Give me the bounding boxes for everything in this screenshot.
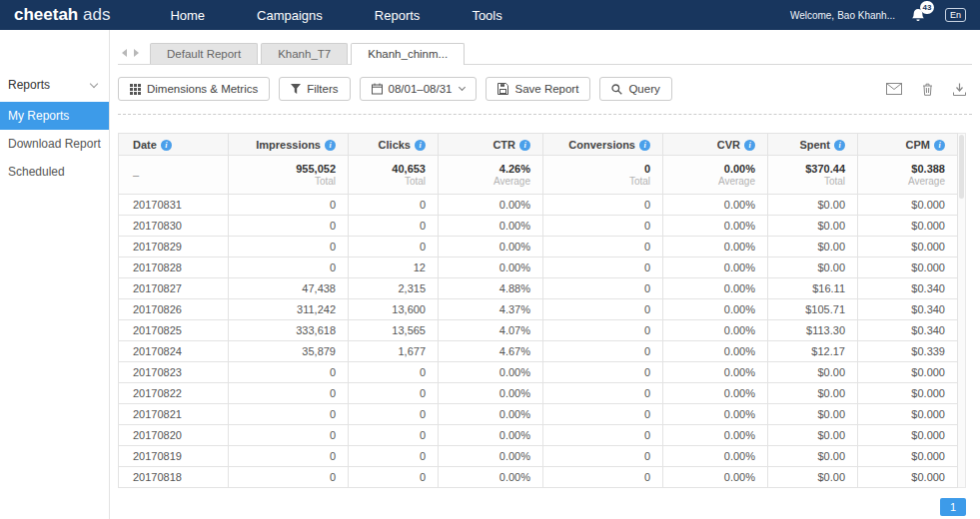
info-icon[interactable] — [934, 140, 945, 151]
report-table: Date Impressions Clicks CTR Conversions … — [118, 133, 958, 488]
info-icon[interactable] — [415, 140, 426, 151]
brand-bold: cheetah — [14, 5, 78, 24]
cell-cpm: $0.000 — [858, 258, 958, 278]
column-header-impressions[interactable]: Impressions — [229, 134, 349, 156]
language-selector[interactable]: En — [945, 8, 966, 22]
cell-cvr: 0.00% — [663, 425, 768, 446]
column-header-cvr[interactable]: CVR — [663, 134, 768, 156]
sidebar-item-my-reports[interactable]: My Reports — [0, 102, 109, 130]
cell-cpm: $0.000 — [858, 195, 958, 216]
cell-impressions: 0 — [229, 467, 349, 488]
notifications-bell-icon[interactable]: 43 — [911, 8, 925, 22]
sidebar-section-reports[interactable]: Reports — [0, 72, 109, 102]
tab-scroll-left-icon[interactable] — [118, 44, 130, 62]
nav-item-tools[interactable]: Tools — [472, 8, 501, 23]
nav-item-reports[interactable]: Reports — [375, 8, 421, 23]
cell-cpm: $0.000 — [858, 404, 958, 425]
sidebar-item-scheduled[interactable]: Scheduled — [0, 158, 109, 186]
nav-item-home[interactable]: Home — [170, 8, 205, 23]
cell-ctr: 4.37% — [439, 299, 543, 320]
dimensions-metrics-label: Dimensions & Metrics — [147, 83, 258, 95]
download-icon[interactable] — [953, 83, 966, 96]
cell-date: – — [119, 156, 229, 195]
info-icon[interactable] — [325, 140, 336, 151]
cell-ctr: 0.00% — [439, 362, 543, 383]
table-row: 20170821000.00%00.00%$0.00$0.000 — [119, 404, 958, 425]
cell-cpm: $0.000 — [858, 216, 958, 237]
info-icon[interactable] — [519, 140, 530, 151]
info-icon[interactable] — [834, 140, 845, 151]
info-icon[interactable] — [744, 140, 755, 151]
username: Bao Khanh... — [837, 10, 895, 21]
cell-clicks: 0 — [349, 195, 439, 216]
cell-ctr: 4.07% — [439, 320, 543, 341]
column-label: Impressions — [256, 139, 321, 151]
cell-conversions: 0 — [543, 446, 663, 467]
cell-cpm: $0.000 — [858, 467, 958, 488]
table-scrollbar[interactable] — [958, 133, 966, 488]
query-button[interactable]: Query — [599, 77, 671, 101]
top-navbar: cheetah ads HomeCampaignsReportsTools We… — [0, 0, 980, 30]
tab-khanh-t7[interactable]: Khanh_T7 — [261, 43, 348, 64]
notification-badge: 43 — [920, 1, 934, 14]
cell-cpm: $0.000 — [858, 383, 958, 404]
cell-impressions: 35,879 — [229, 341, 349, 362]
email-icon[interactable] — [886, 83, 902, 95]
tab-default-report[interactable]: Default Report — [150, 43, 258, 64]
brand-logo[interactable]: cheetah ads — [14, 5, 110, 25]
column-header-spent[interactable]: Spent — [768, 134, 858, 156]
cell-ctr: 0.00% — [439, 383, 543, 404]
table-row: 20170830000.00%00.00%$0.00$0.000 — [119, 216, 958, 237]
cell-cvr: 0.00% — [663, 258, 768, 278]
cell-date: 20170824 — [119, 341, 229, 362]
filters-button[interactable]: Filters — [279, 77, 350, 101]
column-header-conversions[interactable]: Conversions — [543, 134, 663, 156]
column-header-ctr[interactable]: CTR — [439, 134, 543, 156]
cell-ctr: 0.00% — [439, 258, 543, 278]
date-range-button[interactable]: 08/01–08/31 — [360, 77, 478, 101]
main-nav: HomeCampaignsReportsTools — [170, 8, 501, 23]
column-label: Conversions — [568, 139, 635, 151]
cell-spent: $0.00 — [768, 362, 858, 383]
column-header-clicks[interactable]: Clicks — [349, 134, 439, 156]
content-area: Default ReportKhanh_T7Khanh_chinm... Dim… — [110, 30, 980, 519]
table-row: 20170818000.00%00.00%$0.00$0.000 — [119, 467, 958, 488]
sidebar-section-label: Reports — [8, 78, 50, 92]
cell-conversions: 0Total — [543, 156, 663, 195]
cell-clicks: 13,600 — [349, 299, 439, 320]
scrollbar-thumb[interactable] — [959, 135, 964, 199]
save-report-button[interactable]: Save Report — [486, 77, 590, 101]
cell-cpm: $0.000 — [858, 446, 958, 467]
info-icon[interactable] — [639, 140, 650, 151]
cell-clicks: 0 — [349, 237, 439, 258]
cell-conversions: 0 — [543, 467, 663, 488]
info-icon[interactable] — [161, 140, 172, 151]
column-header-cpm[interactable]: CPM — [858, 134, 958, 156]
table-row: 20170820000.00%00.00%$0.00$0.000 — [119, 425, 958, 446]
funnel-icon — [291, 84, 301, 94]
user-menu[interactable]: Welcome,Bao Khanh... — [790, 10, 895, 21]
cell-ctr: 0.00% — [439, 446, 543, 467]
cell-date: 20170821 — [119, 404, 229, 425]
cell-ctr: 0.00% — [439, 467, 543, 488]
cell-conversions: 0 — [543, 383, 663, 404]
trash-icon[interactable] — [922, 83, 933, 96]
separator — [118, 114, 972, 115]
cell-conversions: 0 — [543, 425, 663, 446]
cell-conversions: 0 — [543, 278, 663, 299]
cell-spent: $0.00 — [768, 195, 858, 216]
table-row: 20170826311,24213,6004.37%00.00%$105.71$… — [119, 299, 958, 320]
column-header-date[interactable]: Date — [119, 134, 229, 156]
sidebar-item-download-report[interactable]: Download Report — [0, 130, 109, 158]
tab-khanh-chinm-[interactable]: Khanh_chinm... — [351, 43, 465, 65]
cell-spent: $0.00 — [768, 404, 858, 425]
cell-date: 20170823 — [119, 362, 229, 383]
page-button-1[interactable]: 1 — [940, 498, 966, 516]
nav-item-campaigns[interactable]: Campaigns — [257, 8, 323, 23]
tab-scroll-right-icon[interactable] — [130, 44, 142, 62]
query-label: Query — [628, 83, 659, 95]
cell-ctr: 0.00% — [439, 216, 543, 237]
save-report-label: Save Report — [514, 83, 578, 95]
cell-cvr: 0.00% — [663, 383, 768, 404]
dimensions-metrics-button[interactable]: Dimensions & Metrics — [118, 77, 270, 101]
